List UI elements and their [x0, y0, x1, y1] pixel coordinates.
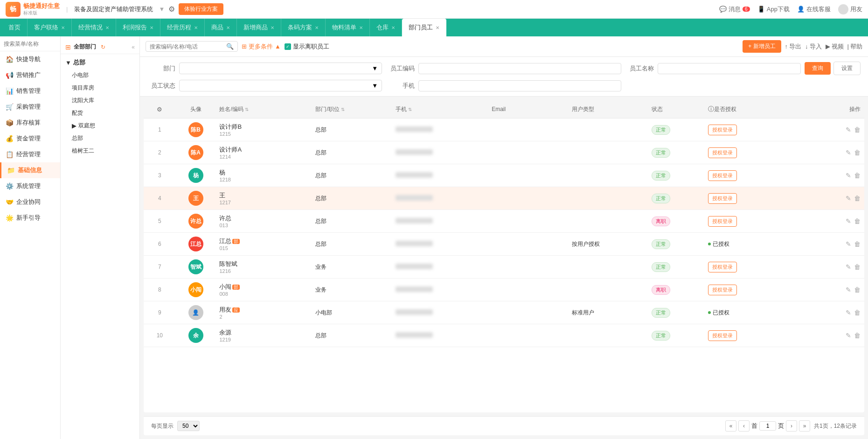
delete-icon[interactable]: 🗑: [854, 286, 861, 293]
next-page-btn[interactable]: ›: [786, 420, 797, 432]
sidebar-search-input[interactable]: [4, 41, 61, 47]
sidebar-item-finance[interactable]: 💰 资金管理: [0, 131, 60, 146]
all-dept-label[interactable]: 全部部门: [74, 43, 96, 51]
prev-page-btn[interactable]: ‹: [738, 420, 750, 432]
close-warehouse-icon[interactable]: ✕: [391, 25, 395, 30]
last-page-btn[interactable]: »: [799, 420, 810, 432]
close-operation-icon[interactable]: ✕: [105, 25, 109, 30]
tab-home[interactable]: 首页: [2, 19, 28, 36]
filter-empname-input[interactable]: [658, 63, 801, 74]
sidebar-item-guide[interactable]: 🌟 新手引导: [0, 210, 60, 226]
table-row[interactable]: 3 杨 杨 1218 总部 正常 授权登录 ✎ 🗑: [144, 164, 864, 187]
edit-icon[interactable]: ✎: [846, 149, 851, 156]
table-row[interactable]: 2 陈A 设计师A 1214 总部 正常 授权登录 ✎ 🗑: [144, 141, 864, 164]
edit-icon[interactable]: ✎: [846, 263, 851, 271]
auth-login-btn[interactable]: 授权登录: [708, 125, 737, 135]
table-row[interactable]: 9 👤 用友应 2 小电部 标准用户 正常 已授权 ✎ 🗑: [144, 301, 864, 324]
edit-icon[interactable]: ✎: [846, 309, 851, 316]
th-phone[interactable]: 手机 ⇅: [392, 100, 488, 118]
add-employee-btn[interactable]: + 新增员工: [743, 40, 781, 53]
tab-customer[interactable]: 客户联络 ✕: [28, 19, 72, 36]
tab-profit[interactable]: 利润报告 ✕: [116, 19, 160, 36]
delete-icon[interactable]: 🗑: [854, 309, 861, 316]
auth-login-btn[interactable]: 授权登录: [708, 170, 737, 181]
auth-login-btn[interactable]: 授权登录: [708, 330, 737, 341]
trial-button[interactable]: 体验行业方案: [179, 3, 223, 15]
export-btn[interactable]: ↑ 导出: [785, 42, 802, 51]
more-filter-btn[interactable]: ⊞ 更多条件 ▲: [242, 42, 281, 51]
tab-bom[interactable]: 物料清单 ✕: [326, 19, 370, 36]
tree-node-zhishuwang[interactable]: 植树王二: [61, 145, 139, 157]
edit-icon[interactable]: ✎: [846, 240, 851, 248]
page-number-input[interactable]: [759, 421, 776, 431]
app-download-btn[interactable]: 📱 App下载: [757, 5, 790, 14]
edit-icon[interactable]: ✎: [846, 172, 851, 179]
auth-login-btn[interactable]: 授权登录: [708, 147, 737, 158]
th-dept[interactable]: 部门/职位 ⇅: [312, 100, 392, 118]
filter-status-select[interactable]: ▼: [179, 80, 382, 91]
tree-node-shenyang[interactable]: 沈阳大库: [61, 94, 139, 107]
filter-empcode-input[interactable]: [418, 63, 621, 74]
sidebar-item-collab[interactable]: 🤝 企业协同: [0, 194, 60, 210]
tree-node-project[interactable]: 项目库房: [61, 82, 139, 94]
edit-icon[interactable]: ✎: [846, 286, 851, 293]
first-page-btn[interactable]: «: [725, 420, 736, 432]
dept-collapse-icon[interactable]: «: [132, 44, 135, 50]
sidebar-item-system[interactable]: ⚙️ 系统管理: [0, 178, 60, 194]
th-settings[interactable]: ⚙: [144, 100, 176, 118]
show-left-checkbox[interactable]: ✓: [285, 43, 291, 50]
query-btn[interactable]: 查询: [805, 62, 831, 75]
sidebar-item-sales[interactable]: 📊 销售管理: [0, 83, 60, 99]
search-input[interactable]: [150, 43, 224, 50]
tree-node-shuangting[interactable]: ▶ 双庭想: [61, 119, 139, 132]
tab-operation[interactable]: 经营情况 ✕: [72, 19, 116, 36]
delete-icon[interactable]: 🗑: [854, 195, 861, 202]
view-btn[interactable]: ▶ 视频: [826, 42, 844, 51]
sidebar-item-marketing[interactable]: 📢 营销推广: [0, 67, 60, 83]
close-barcode-icon[interactable]: ✕: [315, 25, 319, 30]
close-new-goods-icon[interactable]: ✕: [271, 25, 274, 30]
close-employee-icon[interactable]: ✕: [436, 25, 439, 30]
sidebar-item-inventory[interactable]: 📦 库存核算: [0, 115, 60, 131]
sidebar-item-basic-info[interactable]: 📁 基础信息: [0, 162, 60, 178]
edit-icon[interactable]: ✎: [846, 332, 851, 339]
edit-icon[interactable]: ✎: [846, 217, 851, 225]
help-btn[interactable]: | 帮助: [847, 42, 862, 51]
delete-icon[interactable]: 🗑: [854, 240, 861, 248]
close-history-icon[interactable]: ✕: [194, 25, 198, 30]
delete-icon[interactable]: 🗑: [854, 217, 861, 225]
table-row[interactable]: 8 小闯 小闯部 008 业务 离职 授权登录 ✎ 🗑: [144, 279, 864, 301]
sidebar-item-quick-nav[interactable]: 🏠 快捷导航: [0, 51, 60, 67]
user-area[interactable]: 用友: [838, 4, 862, 14]
tab-warehouse[interactable]: 仓库 ✕: [370, 19, 402, 36]
filter-phone-input[interactable]: [418, 80, 621, 91]
import-btn[interactable]: ↓ 导入: [805, 42, 822, 51]
delete-icon[interactable]: 🗑: [854, 332, 861, 339]
tab-barcode[interactable]: 条码方案 ✕: [281, 19, 326, 36]
tree-node-small-elec[interactable]: 小电部: [61, 69, 139, 82]
set-btn[interactable]: 设置: [833, 62, 861, 75]
show-left-employee-toggle[interactable]: ✓ 显示离职员工: [285, 42, 329, 51]
table-row[interactable]: 4 王 王 1217 总部 正常 授权登录 ✎ 🗑: [144, 187, 864, 210]
per-page-select[interactable]: 50: [177, 421, 200, 431]
search-btn-icon[interactable]: 🔍: [226, 43, 234, 50]
table-row[interactable]: 1 陈B 设计师B 1215 总部 正常 授权登录 ✎ 🗑: [144, 118, 864, 141]
close-goods-icon[interactable]: ✕: [226, 25, 230, 30]
online-service-btn[interactable]: 👤 在线客服: [797, 5, 831, 14]
delete-icon[interactable]: 🗑: [854, 172, 861, 179]
edit-icon[interactable]: ✎: [846, 126, 851, 133]
tab-history[interactable]: 经营历程 ✕: [160, 19, 205, 36]
auth-login-btn[interactable]: 授权登录: [708, 285, 737, 295]
delete-icon[interactable]: 🗑: [854, 126, 861, 133]
settings-gear-btn[interactable]: ⚙: [168, 5, 175, 14]
delete-icon[interactable]: 🗑: [854, 263, 861, 271]
auth-login-btn[interactable]: 授权登录: [708, 216, 737, 227]
system-dropdown-icon[interactable]: ▼: [159, 6, 165, 13]
sidebar-item-purchase[interactable]: 🛒 采购管理: [0, 99, 60, 115]
tree-node-general[interactable]: ▼ 总部: [61, 56, 139, 69]
table-row[interactable]: 7 智斌 陈智斌 1216 业务 正常 授权登录 ✎ 🗑: [144, 256, 864, 279]
close-customer-icon[interactable]: ✕: [61, 25, 65, 30]
table-row[interactable]: 6 江总 江总部 015 总部 按用户授权 正常 已授权 ✎ 🗑: [144, 233, 864, 256]
tab-new-goods[interactable]: 新增商品 ✕: [237, 19, 281, 36]
th-name[interactable]: 姓名/编码 ⇅: [215, 100, 312, 118]
